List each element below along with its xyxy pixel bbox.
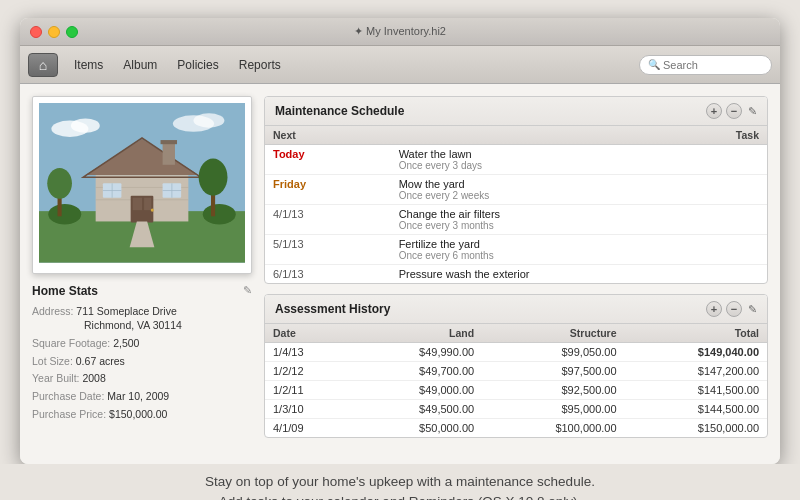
maximize-button[interactable] <box>66 26 78 38</box>
maintenance-edit-button[interactable]: ✎ <box>748 105 757 118</box>
next-cell: Friday <box>265 175 391 205</box>
next-cell: Today <box>265 145 391 175</box>
date-cell: 1/2/12 <box>265 362 351 381</box>
task-cell: Pressure wash the exterior <box>391 265 767 284</box>
caption-line2: Add tasks to your calendar and Reminders… <box>20 492 780 500</box>
home-stats-edit-icon[interactable]: ✎ <box>243 284 252 297</box>
toolbar: ⌂ Items Album Policies Reports 🔍 <box>20 46 780 84</box>
svg-point-4 <box>193 113 224 127</box>
caption-line1: Stay on top of your home's upkeep with a… <box>20 472 780 492</box>
svg-rect-17 <box>144 198 151 210</box>
svg-rect-16 <box>133 198 142 210</box>
land-cell: $49,000.00 <box>351 381 482 400</box>
col-total: Total <box>625 324 767 343</box>
nav-items-item[interactable]: Items <box>64 54 113 76</box>
table-row: 4/1/09 $50,000.00 $100,000.00 $150,000.0… <box>265 419 767 438</box>
address-line2: Richmond, VA 30114 <box>32 319 182 331</box>
home-icon: ⌂ <box>39 57 47 73</box>
year-value: 2008 <box>82 372 105 384</box>
structure-cell: $97,500.00 <box>482 362 624 381</box>
total-cell: $150,000.00 <box>625 419 767 438</box>
home-stats-section: Home Stats ✎ Address: 711 Someplace Driv… <box>32 284 252 422</box>
land-cell: $49,700.00 <box>351 362 482 381</box>
svg-point-27 <box>199 159 228 196</box>
search-input[interactable] <box>663 59 763 71</box>
next-cell: 4/1/13 <box>265 205 391 235</box>
total-cell: $149,040.00 <box>625 343 767 362</box>
maintenance-add-button[interactable]: + <box>706 103 722 119</box>
sqft-value: 2,500 <box>113 337 139 349</box>
land-cell: $49,990.00 <box>351 343 482 362</box>
purchase-price-value: $150,000.00 <box>109 408 167 420</box>
nav-reports-item[interactable]: Reports <box>229 54 291 76</box>
home-button[interactable]: ⌂ <box>28 53 58 77</box>
assessment-title: Assessment History <box>275 302 706 316</box>
assessment-actions: + − ✎ <box>706 301 757 317</box>
home-stats-title: Home Stats <box>32 284 98 298</box>
photo-frame <box>32 96 252 274</box>
assessment-table-header: Date Land Structure Total <box>265 324 767 343</box>
sqft-row: Square Footage: 2,500 <box>32 336 252 351</box>
address-row: Address: 711 Someplace Drive Richmond, V… <box>32 304 252 333</box>
assessment-section: Assessment History + − ✎ Date Land Struc… <box>264 294 768 438</box>
task-cell: Change the air filters Once every 3 mont… <box>391 205 767 235</box>
date-cell: 1/2/11 <box>265 381 351 400</box>
date-cell: 4/1/09 <box>265 419 351 438</box>
main-content: Home Stats ✎ Address: 711 Someplace Driv… <box>20 84 780 464</box>
purchase-price-label: Purchase Price: <box>32 408 106 420</box>
app-window: ✦ My Inventory.hi2 ⌂ Items Album Policie… <box>20 18 780 464</box>
nav-album-item[interactable]: Album <box>113 54 167 76</box>
svg-rect-14 <box>161 140 177 144</box>
structure-cell: $92,500.00 <box>482 381 624 400</box>
nav-items: Items Album Policies Reports <box>64 54 291 76</box>
total-cell: $147,200.00 <box>625 362 767 381</box>
lot-label: Lot Size: <box>32 355 73 367</box>
svg-point-18 <box>151 209 154 212</box>
table-row: 1/4/13 $49,990.00 $99,050.00 $149,040.00 <box>265 343 767 362</box>
next-cell: 5/1/13 <box>265 235 391 265</box>
minimize-button[interactable] <box>48 26 60 38</box>
col-land: Land <box>351 324 482 343</box>
caption: Stay on top of your home's upkeep with a… <box>0 464 800 500</box>
date-cell: 1/4/13 <box>265 343 351 362</box>
sqft-label: Square Footage: <box>32 337 110 349</box>
purchase-date-row: Purchase Date: Mar 10, 2009 <box>32 389 252 404</box>
maintenance-header: Maintenance Schedule + − ✎ <box>265 97 767 126</box>
maintenance-actions: + − ✎ <box>706 103 757 119</box>
structure-cell: $95,000.00 <box>482 400 624 419</box>
date-cell: 1/3/10 <box>265 400 351 419</box>
next-cell: 6/1/13 <box>265 265 391 284</box>
maintenance-table: Next Task Today Water the lawn Once ever… <box>265 126 767 283</box>
task-cell: Mow the yard Once every 2 weeks <box>391 175 767 205</box>
svg-point-29 <box>47 168 72 199</box>
assessment-table: Date Land Structure Total 1/4/13 $49,990… <box>265 324 767 437</box>
land-cell: $49,500.00 <box>351 400 482 419</box>
assessment-add-button[interactable]: + <box>706 301 722 317</box>
window-title: ✦ My Inventory.hi2 <box>354 25 446 38</box>
maintenance-remove-button[interactable]: − <box>726 103 742 119</box>
close-button[interactable] <box>30 26 42 38</box>
col-structure: Structure <box>482 324 624 343</box>
purchase-price-row: Purchase Price: $150,000.00 <box>32 407 252 422</box>
maintenance-section: Maintenance Schedule + − ✎ Next Task <box>264 96 768 284</box>
lot-row: Lot Size: 0.67 acres <box>32 354 252 369</box>
structure-cell: $99,050.00 <box>482 343 624 362</box>
search-icon: 🔍 <box>648 59 660 70</box>
house-image <box>39 103 245 263</box>
purchase-date-value: Mar 10, 2009 <box>107 390 169 402</box>
table-row: 4/1/13 Change the air filters Once every… <box>265 205 767 235</box>
purchase-date-label: Purchase Date: <box>32 390 104 402</box>
col-date: Date <box>265 324 351 343</box>
search-box[interactable]: 🔍 <box>639 55 772 75</box>
structure-cell: $100,000.00 <box>482 419 624 438</box>
assessment-edit-button[interactable]: ✎ <box>748 303 757 316</box>
nav-policies-item[interactable]: Policies <box>167 54 228 76</box>
total-cell: $141,500.00 <box>625 381 767 400</box>
col-task: Task <box>391 126 767 145</box>
land-cell: $50,000.00 <box>351 419 482 438</box>
year-label: Year Built: <box>32 372 79 384</box>
table-row: 1/3/10 $49,500.00 $95,000.00 $144,500.00 <box>265 400 767 419</box>
titlebar: ✦ My Inventory.hi2 <box>20 18 780 46</box>
address-label: Address: <box>32 305 73 317</box>
assessment-remove-button[interactable]: − <box>726 301 742 317</box>
